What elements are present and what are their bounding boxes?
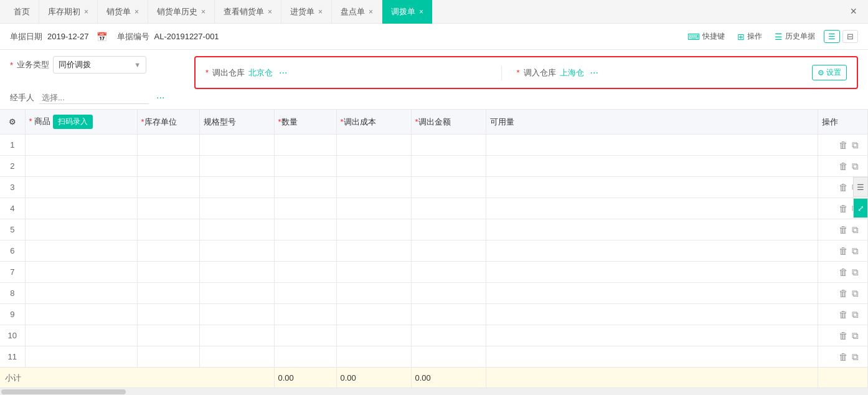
row-cost[interactable] <box>336 177 411 198</box>
row-cost[interactable] <box>336 346 411 368</box>
in-warehouse-more-button[interactable]: ··· <box>590 67 598 79</box>
row-avail[interactable] <box>486 198 818 219</box>
handler-more-button[interactable]: ··· <box>156 92 164 103</box>
row-cost[interactable] <box>336 325 411 346</box>
row-qty[interactable] <box>274 304 336 325</box>
tab-sales-order-close[interactable]: × <box>134 7 139 16</box>
delete-icon[interactable]: 🗑 <box>839 140 848 150</box>
row-product[interactable] <box>25 135 137 156</box>
tab-inventory-close[interactable]: × <box>369 7 373 16</box>
row-avail[interactable] <box>486 177 818 198</box>
row-qty[interactable] <box>274 135 336 156</box>
delete-icon[interactable]: 🗑 <box>839 309 848 320</box>
row-qty[interactable] <box>274 219 336 240</box>
row-spec[interactable] <box>199 177 274 198</box>
handler-input[interactable] <box>39 92 149 104</box>
copy-icon[interactable]: ⧉ <box>852 140 859 151</box>
copy-icon[interactable]: ⧉ <box>852 245 859 257</box>
tab-inventory[interactable]: 盘点单 × <box>332 0 382 24</box>
row-amount[interactable] <box>411 177 486 198</box>
delete-icon[interactable]: 🗑 <box>839 267 848 277</box>
row-amount[interactable] <box>411 346 486 368</box>
row-spec[interactable] <box>199 262 274 283</box>
copy-icon[interactable]: ⧉ <box>852 351 859 363</box>
out-warehouse-more-button[interactable]: ··· <box>279 67 287 79</box>
tab-sales-order[interactable]: 销货单 × <box>98 0 148 24</box>
operation-button[interactable]: ⊞ 操作 <box>734 30 766 43</box>
copy-icon[interactable]: ⧉ <box>852 288 859 299</box>
row-product[interactable] <box>25 240 137 262</box>
row-spec[interactable] <box>199 240 274 262</box>
row-cost[interactable] <box>336 304 411 325</box>
tab-purchase[interactable]: 进货单 × <box>281 0 332 24</box>
scan-button[interactable]: 扫码录入 <box>53 115 93 129</box>
row-unit[interactable] <box>137 156 199 177</box>
row-avail[interactable] <box>486 283 818 304</box>
scrollbar-thumb[interactable] <box>1 389 126 394</box>
row-spec[interactable] <box>199 283 274 304</box>
row-avail[interactable] <box>486 240 818 262</box>
horizontal-scrollbar[interactable] <box>0 388 868 395</box>
row-amount[interactable] <box>411 325 486 346</box>
row-spec[interactable] <box>199 325 274 346</box>
tab-purchase-close[interactable]: × <box>318 7 323 16</box>
tab-inventory-init[interactable]: 库存期初 × <box>39 0 98 24</box>
row-amount[interactable] <box>411 219 486 240</box>
delete-icon[interactable]: 🗑 <box>839 224 848 235</box>
tab-sales-history-close[interactable]: × <box>201 7 205 16</box>
row-qty[interactable] <box>274 262 336 283</box>
row-amount[interactable] <box>411 304 486 325</box>
settings-button[interactable]: ⚙ 设置 <box>812 65 847 80</box>
row-unit[interactable] <box>137 219 199 240</box>
row-avail[interactable] <box>486 135 818 156</box>
delete-icon[interactable]: 🗑 <box>839 288 848 298</box>
tab-transfer[interactable]: 调拨单 × <box>382 0 433 24</box>
row-amount[interactable] <box>411 156 486 177</box>
row-product[interactable] <box>25 346 137 368</box>
row-amount[interactable] <box>411 283 486 304</box>
row-unit[interactable] <box>137 325 199 346</box>
row-qty[interactable] <box>274 346 336 368</box>
row-product[interactable] <box>25 198 137 219</box>
delete-icon[interactable]: 🗑 <box>839 203 848 214</box>
delete-icon[interactable]: 🗑 <box>839 245 848 256</box>
row-product[interactable] <box>25 283 137 304</box>
shortcut-button[interactable]: ⌨ 快捷键 <box>684 30 729 43</box>
col-gear[interactable]: ⚙ <box>0 110 25 135</box>
row-amount[interactable] <box>411 135 486 156</box>
row-amount[interactable] <box>411 262 486 283</box>
row-cost[interactable] <box>336 156 411 177</box>
copy-icon[interactable]: ⧉ <box>852 330 859 341</box>
row-qty[interactable] <box>274 283 336 304</box>
row-avail[interactable] <box>486 156 818 177</box>
row-spec[interactable] <box>199 156 274 177</box>
row-unit[interactable] <box>137 283 199 304</box>
row-avail[interactable] <box>486 304 818 325</box>
business-type-dropdown[interactable]: 同价调拨 ▼ <box>53 56 146 74</box>
row-product[interactable] <box>25 219 137 240</box>
row-product[interactable] <box>25 262 137 283</box>
row-cost[interactable] <box>336 240 411 262</box>
grid-view-button[interactable]: ⊟ <box>842 30 858 43</box>
row-product[interactable] <box>25 325 137 346</box>
row-unit[interactable] <box>137 198 199 219</box>
copy-icon[interactable]: ⧉ <box>852 224 859 236</box>
float-expand-button[interactable]: ⤢ <box>853 198 868 218</box>
row-qty[interactable] <box>274 325 336 346</box>
row-product[interactable] <box>25 177 137 198</box>
tab-transfer-close[interactable]: × <box>419 7 423 16</box>
row-qty[interactable] <box>274 156 336 177</box>
tab-sales-history[interactable]: 销货单历史 × <box>148 0 215 24</box>
row-spec[interactable] <box>199 346 274 368</box>
row-avail[interactable] <box>486 346 818 368</box>
row-cost[interactable] <box>336 283 411 304</box>
copy-icon[interactable]: ⧉ <box>852 267 859 278</box>
row-cost[interactable] <box>336 262 411 283</box>
row-avail[interactable] <box>486 219 818 240</box>
delete-icon[interactable]: 🗑 <box>839 330 848 341</box>
row-product[interactable] <box>25 304 137 325</box>
row-unit[interactable] <box>137 346 199 368</box>
tab-view-sales-close[interactable]: × <box>268 7 272 16</box>
row-unit[interactable] <box>137 240 199 262</box>
row-qty[interactable] <box>274 240 336 262</box>
